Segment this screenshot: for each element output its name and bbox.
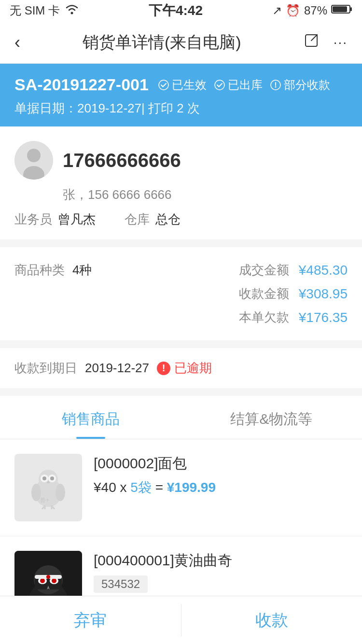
tab-settlement[interactable]: 结算&物流等	[181, 396, 362, 439]
wifi-icon	[65, 4, 79, 17]
confirm-button[interactable]: 收款	[181, 596, 362, 644]
svg-rect-3	[350, 7, 352, 11]
svg-point-32	[40, 578, 45, 583]
overdue-label: 收款到期日	[14, 360, 77, 377]
nav-actions: ···	[304, 33, 348, 52]
warehouse-info: 仓库 总仓	[125, 211, 181, 228]
stats-section: 商品种类 4种 成交金额 ¥485.30 收款金额 ¥308.95 本单欠款 ¥…	[0, 247, 362, 340]
bottom-bar: 弃审 收款	[0, 596, 362, 644]
customer-name-phone: 张，156 6666 6666	[14, 186, 348, 203]
product-name: [000400001]黄油曲奇	[94, 551, 348, 571]
category-count: 4种	[72, 262, 92, 279]
status-partial-receipt: 部分收款	[270, 77, 330, 93]
svg-point-8	[275, 86, 276, 87]
warehouse-value: 总仓	[155, 211, 181, 228]
debt-row: 本单欠款 ¥176.35	[239, 309, 348, 326]
product-thumbnail: 兽+	[14, 454, 82, 521]
warehouse-label: 仓库	[125, 211, 150, 228]
product-price: ¥40 x 5袋 = ¥199.99	[94, 478, 348, 497]
salesperson-info: 业务员 曾凡杰	[14, 211, 96, 228]
status-effective: 已生效	[158, 77, 207, 93]
status-bar: 无 SIM 卡 下午4:42 ↗ ⏰ 87%	[0, 0, 362, 21]
order-id: SA-20191227-001	[14, 75, 149, 94]
tabs: 销售商品 结算&物流等	[0, 396, 362, 439]
svg-point-10	[27, 149, 41, 162]
page-title: 销货单详情(来自电脑)	[83, 31, 241, 54]
alarm-icon: ⏰	[286, 4, 300, 17]
category-stats: 商品种类 4种	[14, 262, 92, 279]
battery-icon	[331, 4, 352, 17]
debt-value: ¥176.35	[299, 310, 348, 325]
svg-point-16	[42, 476, 46, 480]
tab-underline	[76, 437, 105, 439]
tab-sales-products[interactable]: 销售商品	[0, 396, 181, 439]
svg-point-0	[71, 12, 73, 14]
header-banner: SA-20191227-001 已生效 已出库 部分收款 单据日期：2019-1…	[0, 64, 362, 126]
product-total: ¥199.99	[167, 480, 216, 495]
nav-bar: ‹ 销货单详情(来自电脑) ···	[0, 21, 362, 64]
overdue-badge: ! 已逾期	[157, 360, 212, 377]
product-quantity: 5袋	[130, 480, 152, 495]
debt-label: 本单欠款	[239, 309, 289, 326]
svg-text:兽+: 兽+	[40, 497, 49, 504]
customer-phone: 17666666666	[63, 150, 181, 171]
more-icon[interactable]: ···	[334, 35, 348, 50]
product-sku-tag: 534532	[94, 575, 148, 593]
status-right: ↗ ⏰ 87%	[272, 4, 352, 17]
salesperson-value: 曾凡杰	[58, 211, 96, 228]
cancel-button[interactable]: 弃审	[0, 596, 181, 644]
svg-point-5	[159, 80, 168, 90]
overdue-section: 收款到期日 2019-12-27 ! 已逾期	[0, 348, 362, 388]
overdue-text: 已逾期	[174, 360, 212, 377]
customer-section: 17666666666 张，156 6666 6666 业务员 曾凡杰 仓库 总…	[0, 126, 362, 239]
share-icon[interactable]	[304, 33, 319, 52]
banner-date: 单据日期：2019-12-27| 打印 2 次	[14, 100, 348, 117]
status-badges: 已生效 已出库 部分收款	[158, 77, 330, 93]
svg-point-6	[215, 80, 224, 90]
overdue-date: 2019-12-27	[85, 361, 149, 376]
svg-point-19	[31, 484, 41, 501]
receipt-amount-row: 收款金额 ¥308.95	[239, 285, 348, 302]
product-name: [0000002]面包	[94, 454, 348, 474]
status-time: 下午4:42	[149, 1, 203, 20]
customer-info-row: 业务员 曾凡杰 仓库 总仓	[14, 211, 348, 228]
avatar	[14, 141, 53, 180]
status-left: 无 SIM 卡	[10, 3, 79, 18]
deal-amount-row: 成交金额 ¥485.30	[239, 262, 348, 279]
receipt-amount-value: ¥308.95	[299, 286, 348, 302]
overdue-warning-icon: !	[157, 362, 170, 375]
battery-label: 87%	[304, 4, 327, 17]
svg-point-17	[50, 476, 54, 480]
amount-stats: 成交金额 ¥485.30 收款金额 ¥308.95 本单欠款 ¥176.35	[239, 262, 348, 326]
svg-point-20	[56, 484, 65, 501]
location-icon: ↗	[272, 4, 282, 17]
receipt-amount-label: 收款金额	[239, 285, 289, 302]
deal-amount-label: 成交金额	[239, 262, 289, 279]
deal-amount-value: ¥485.30	[299, 263, 348, 278]
product-info: [0000002]面包 ¥40 x 5袋 = ¥199.99	[94, 454, 348, 497]
salesperson-label: 业务员	[14, 211, 52, 228]
carrier-label: 无 SIM 卡	[10, 3, 60, 18]
table-row: 兽+ [0000002]面包 ¥40 x 5袋 = ¥199.99	[0, 439, 362, 536]
status-shipped: 已出库	[214, 77, 263, 93]
svg-rect-2	[333, 6, 347, 12]
svg-point-36	[46, 575, 50, 579]
svg-point-33	[52, 578, 56, 583]
category-label: 商品种类	[14, 262, 65, 279]
back-button[interactable]: ‹	[14, 32, 20, 53]
